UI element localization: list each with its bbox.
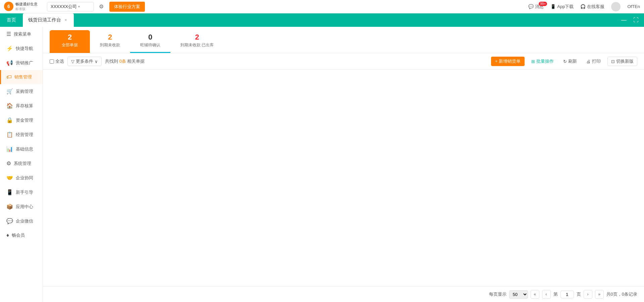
page-input[interactable] <box>560 291 574 298</box>
sidebar: ☰ 搜索菜单 ⚡ 快捷导航 📢 营销推广 🏷 销售管理 🛒 采购管理 🏠 库存核… <box>0 27 43 302</box>
tab-minimize-icon[interactable]: — <box>619 15 629 25</box>
stat-tab-all[interactable]: 2 全部单据 <box>50 30 90 53</box>
filter-arrow: ∨ <box>95 59 98 64</box>
app-download-item[interactable]: 📱 App下载 <box>550 4 574 10</box>
print-label: 打印 <box>592 58 601 64</box>
sidebar-item-label-wechat: 企业微信 <box>16 218 33 224</box>
prev-page-btn[interactable]: ‹ <box>542 290 551 299</box>
select-all-checkbox[interactable]: 全选 <box>50 58 64 64</box>
toolbar: 全选 ▽ 更多条件 ∨ 共找到 0条 相关单据 + 新增销货单 ⊞ 批量操作 ↻ <box>43 53 644 70</box>
online-service-icon: 🎧 <box>580 4 586 9</box>
main-layout: ☰ 搜索菜单 ⚡ 快捷导航 📢 营销推广 🏷 销售管理 🛒 采购管理 🏠 库存核… <box>0 27 644 302</box>
system-icon: ⚙ <box>6 160 11 167</box>
guide-icon: 📱 <box>6 189 13 195</box>
result-num: 0条 <box>119 59 126 64</box>
print-btn[interactable]: 🖨 打印 <box>584 57 603 66</box>
sidebar-item-label-quick-nav: 快捷导航 <box>16 46 33 52</box>
sidebar-item-operations[interactable]: 📋 经营管理 <box>0 127 43 142</box>
sidebar-item-guide[interactable]: 📱 新手引导 <box>0 185 43 199</box>
select-all-input[interactable] <box>50 59 54 64</box>
sidebar-item-finance[interactable]: 🔒 资金管理 <box>0 113 43 127</box>
stats-tabs: 2 全部单据 2 到期未收款 0 旺辅待确认 2 到期未收款 已出库 <box>43 27 644 53</box>
enterprise-icon: 🤝 <box>6 175 13 181</box>
sidebar-item-label-purchase: 采购管理 <box>16 88 33 95</box>
batch-op-label: 批量操作 <box>536 58 554 64</box>
tab-bar: 首页 钱货日清工作台 × — ⛶ <box>0 13 644 27</box>
tab-close-icon[interactable]: × <box>63 17 68 23</box>
stat-label-pending: 旺辅待确认 <box>140 42 160 48</box>
app-download-icon: 📱 <box>550 4 556 9</box>
finance-icon: 🔒 <box>6 117 13 123</box>
company-dropdown-arrow: ▾ <box>78 5 80 8</box>
basic-info-icon: 📊 <box>6 146 13 152</box>
sidebar-item-member[interactable]: ♦ 畅会员 <box>0 228 43 242</box>
avatar[interactable] <box>611 2 621 11</box>
sidebar-item-label-sales: 销售管理 <box>14 74 32 80</box>
content-area: 2 全部单据 2 到期未收款 0 旺辅待确认 2 到期未收款 已出库 全选 <box>43 27 644 302</box>
sidebar-item-search-menu[interactable]: ☰ 搜索菜单 <box>0 27 43 41</box>
experience-btn[interactable]: 体验行业方案 <box>109 2 145 12</box>
first-page-btn[interactable]: « <box>531 290 539 299</box>
stat-tab-pending[interactable]: 0 旺辅待确认 <box>130 30 170 53</box>
inventory-icon: 🏠 <box>6 103 13 109</box>
sidebar-item-app-center[interactable]: 📦 应用中心 <box>0 199 43 214</box>
sidebar-item-quick-nav[interactable]: ⚡ 快捷导航 <box>0 41 43 56</box>
batch-op-btn[interactable]: ⊞ 批量操作 <box>529 57 556 66</box>
refresh-label: 刷新 <box>568 58 577 64</box>
switch-new-btn[interactable]: ⊡ 切换新版 <box>607 57 637 66</box>
sidebar-item-label-guide: 新手引导 <box>16 189 33 195</box>
page-size-select[interactable]: 50 20 100 <box>509 290 528 299</box>
add-sale-btn[interactable]: + 新增销货单 <box>491 57 525 66</box>
sales-icon: 🏷 <box>6 74 12 80</box>
select-all-label: 全选 <box>55 58 64 64</box>
last-page-btn[interactable]: » <box>595 290 604 299</box>
sidebar-item-label-system: 系统管理 <box>14 161 31 167</box>
avatar-name: OfTEn <box>627 4 640 9</box>
sidebar-item-purchase[interactable]: 🛒 采购管理 <box>0 84 43 99</box>
sidebar-item-marketing[interactable]: 📢 营销推广 <box>0 56 43 70</box>
app-download-label: App下载 <box>557 4 574 10</box>
sidebar-item-wechat[interactable]: 💬 企业微信 <box>0 214 43 228</box>
sidebar-item-label-operations: 经营管理 <box>16 132 33 138</box>
search-menu-icon: ☰ <box>6 31 11 37</box>
stat-num-shipped: 2 <box>180 33 214 42</box>
pagination: 每页显示 50 20 100 « ‹ 第 页 › » 共0页，0条记录 <box>43 286 644 302</box>
next-page-btn[interactable]: › <box>584 290 592 299</box>
settings-icon[interactable]: ⚙ <box>97 2 106 11</box>
filter-label: 更多条件 <box>76 58 93 64</box>
tab-home[interactable]: 首页 <box>0 13 23 27</box>
toolbar-right: + 新增销货单 ⊞ 批量操作 ↻ 刷新 🖨 打印 ⊡ 切换新版 <box>491 57 637 66</box>
result-prefix: 共找到 <box>105 59 118 64</box>
filter-btn[interactable]: ▽ 更多条件 ∨ <box>67 57 102 66</box>
refresh-btn[interactable]: ↻ 刷新 <box>560 57 580 66</box>
operations-icon: 📋 <box>6 131 13 138</box>
sidebar-item-sales[interactable]: 🏷 销售管理 <box>0 70 43 84</box>
sidebar-item-label-basic-info: 基础信息 <box>16 146 33 152</box>
tab-active[interactable]: 钱货日清工作台 × <box>23 13 74 27</box>
sidebar-item-basic-info[interactable]: 📊 基础信息 <box>0 142 43 156</box>
quick-nav-icon: ⚡ <box>6 45 13 52</box>
purchase-icon: 🛒 <box>6 88 13 95</box>
company-name: XXXXXX公司 <box>51 4 77 10</box>
message-badge: 99+ <box>539 2 547 6</box>
stat-label-shipped: 到期未收款 已出库 <box>180 42 214 48</box>
logo-icon: 6 <box>4 2 13 11</box>
tab-maximize-icon[interactable]: ⛶ <box>631 15 641 25</box>
sidebar-item-label-app-center: 应用中心 <box>16 204 33 210</box>
message-icon: 💬 <box>528 4 534 9</box>
sidebar-item-system[interactable]: ⚙ 系统管理 <box>0 156 43 171</box>
message-item[interactable]: 💬 消息 99+ <box>528 4 544 10</box>
result-suffix: 相关单据 <box>127 59 145 64</box>
sidebar-item-enterprise[interactable]: 🤝 企业协同 <box>0 171 43 185</box>
online-service-item[interactable]: 🎧 在线客服 <box>580 4 604 10</box>
stat-tab-shipped[interactable]: 2 到期未收款 已出库 <box>170 30 224 53</box>
stat-num-all: 2 <box>60 33 80 42</box>
sidebar-item-label-search-menu: 搜索菜单 <box>14 31 31 37</box>
stat-label-all: 全部单据 <box>60 42 80 48</box>
member-icon: ♦ <box>6 232 9 238</box>
sidebar-item-label-enterprise: 企业协同 <box>16 175 33 181</box>
sidebar-item-inventory[interactable]: 🏠 库存核算 <box>0 99 43 113</box>
company-selector[interactable]: XXXXXX公司 ▾ <box>47 2 94 11</box>
tab-bar-right: — ⛶ <box>619 15 644 25</box>
stat-tab-overdue[interactable]: 2 到期未收款 <box>90 30 130 53</box>
